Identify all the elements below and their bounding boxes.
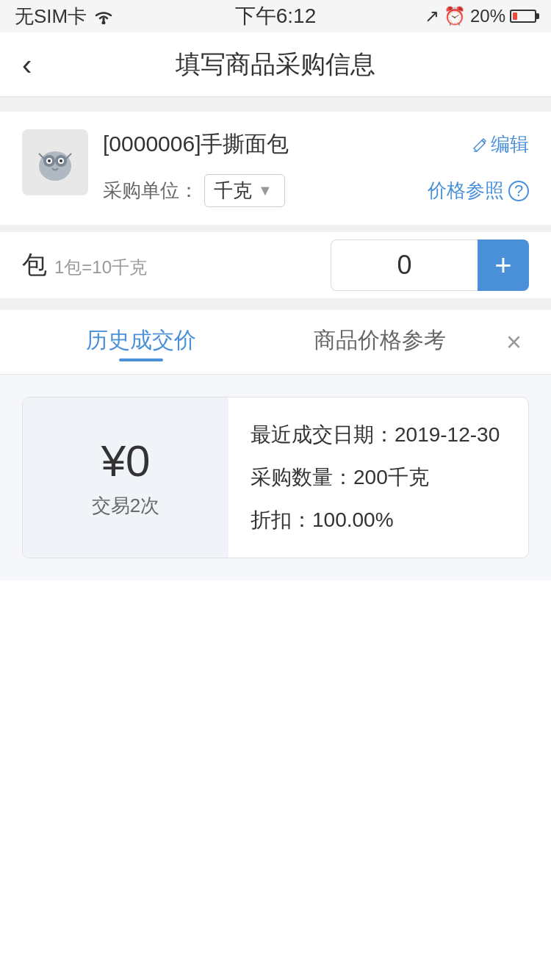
nav-bar: ‹ 填写商品采购信息 <box>0 32 551 97</box>
tabs-header: 历史成交价 商品价格参考 × <box>0 310 551 375</box>
unit-select-dropdown[interactable]: 千克 ▼ <box>204 174 285 207</box>
history-content: ¥0 交易2次 最近成交日期：2019-12-30 采购数量：200千克 折扣：… <box>0 375 551 580</box>
alarm-icon: ⏰ <box>444 6 466 26</box>
tab-history-price[interactable]: 历史成交价 <box>22 325 260 359</box>
quantity-section: 包 1包=10千克 + <box>0 232 551 298</box>
product-name: [0000006]手撕面包 <box>103 129 289 159</box>
bottom-space <box>0 580 551 980</box>
owl-logo-icon <box>29 140 81 184</box>
status-bar: 无SIM卡 下午6:12 ↗ ⏰ 20% <box>0 0 551 32</box>
carrier-text: 无SIM卡 <box>15 4 87 29</box>
card-details-section: 最近成交日期：2019-12-30 采购数量：200千克 折扣：100.00% <box>228 397 528 558</box>
status-right: ↗ ⏰ 20% <box>425 6 536 26</box>
price-ref-label: 价格参照 <box>428 178 504 203</box>
history-card: ¥0 交易2次 最近成交日期：2019-12-30 采购数量：200千克 折扣：… <box>22 397 529 558</box>
recent-date-row: 最近成交日期：2019-12-30 <box>251 419 506 450</box>
product-name-row: [0000006]手撕面包 编辑 <box>103 129 529 159</box>
product-section: [0000006]手撕面包 编辑 采购单位： 千克 ▼ <box>0 112 551 225</box>
edit-icon <box>472 137 488 153</box>
chevron-down-icon: ▼ <box>258 182 273 199</box>
quantity-label: 包 1包=10千克 <box>22 248 147 282</box>
purchase-quantity-row: 采购数量：200千克 <box>251 462 506 493</box>
trade-count: 交易2次 <box>92 493 159 519</box>
page-title: 填写商品采购信息 <box>176 48 375 82</box>
location-icon: ↗ <box>425 6 439 26</box>
recent-date-label: 最近成交日期： <box>251 423 395 446</box>
discount-label: 折扣： <box>251 508 312 531</box>
unit-value: 千克 <box>214 178 252 203</box>
quantity-controls: + <box>331 239 529 291</box>
unit-row: 采购单位： 千克 ▼ 价格参照 ? <box>103 174 529 207</box>
battery-icon <box>510 10 536 23</box>
help-icon: ? <box>508 181 529 201</box>
price-reference-button[interactable]: 价格参照 ? <box>428 178 529 203</box>
status-left: 无SIM卡 <box>15 4 115 29</box>
quantity-plus-button[interactable]: + <box>478 239 529 291</box>
svg-point-1 <box>39 151 71 181</box>
price-display: ¥0 <box>101 437 151 486</box>
recent-date-value: 2019-12-30 <box>395 423 500 446</box>
tab-price-reference[interactable]: 商品价格参考 <box>260 325 498 359</box>
wifi-icon <box>93 8 115 24</box>
battery-percent: 20% <box>470 6 505 26</box>
product-row: [0000006]手撕面包 编辑 采购单位： 千克 ▼ <box>22 129 529 207</box>
edit-label: 编辑 <box>491 131 529 157</box>
svg-point-7 <box>60 159 62 162</box>
svg-point-0 <box>102 21 106 25</box>
section-divider <box>0 225 551 232</box>
purchase-quantity-value: 200千克 <box>353 466 429 489</box>
product-thumbnail <box>22 129 88 195</box>
quantity-input[interactable] <box>331 239 478 291</box>
status-time: 下午6:12 <box>235 2 317 30</box>
tabs-section: 历史成交价 商品价格参考 × ¥0 交易2次 最近成交日期：2019-12-30… <box>0 310 551 580</box>
card-price-section: ¥0 交易2次 <box>23 397 228 558</box>
discount-value: 100.00% <box>312 508 394 531</box>
close-button[interactable]: × <box>499 327 529 358</box>
quantity-conversion: 1包=10千克 <box>54 256 147 279</box>
edit-button[interactable]: 编辑 <box>472 131 529 157</box>
back-button[interactable]: ‹ <box>22 50 32 79</box>
quantity-unit: 包 <box>22 248 47 282</box>
purchase-quantity-label: 采购数量： <box>251 466 353 489</box>
svg-point-6 <box>48 159 51 162</box>
discount-row: 折扣：100.00% <box>251 505 506 536</box>
product-info: [0000006]手撕面包 编辑 采购单位： 千克 ▼ <box>103 129 529 207</box>
unit-label: 采购单位： <box>103 178 198 203</box>
